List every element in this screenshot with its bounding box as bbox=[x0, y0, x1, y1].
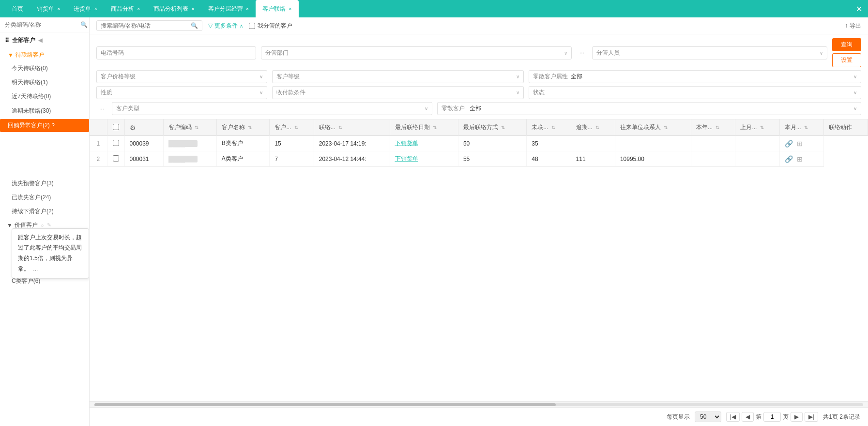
prev-page-btn[interactable]: ◀ bbox=[742, 412, 754, 422]
tab-sales[interactable]: 销货单 × bbox=[30, 0, 67, 17]
row1-select[interactable] bbox=[113, 140, 119, 146]
row1-link-icon[interactable]: 🔗 bbox=[785, 140, 793, 147]
code-sort-icon[interactable]: ⇅ bbox=[195, 125, 198, 130]
last-page-btn[interactable]: ▶| bbox=[805, 412, 818, 422]
sidebar-item-overdue[interactable]: 逾期未联络(30) bbox=[0, 104, 89, 118]
value-circle-icon[interactable]: ○ bbox=[41, 222, 44, 228]
phone-input[interactable] bbox=[127, 49, 252, 56]
sidebar-search-icon[interactable]: 🔍 bbox=[80, 21, 88, 28]
person-dropdown-icon[interactable]: ∨ bbox=[820, 50, 823, 56]
last-method-sort-icon[interactable]: ⇅ bbox=[501, 125, 505, 130]
table-settings-icon[interactable]: ⚙ bbox=[130, 124, 136, 132]
gender-field[interactable]: 性质 ∨ bbox=[96, 86, 267, 99]
last-month-sort-icon[interactable]: ⇅ bbox=[760, 125, 764, 130]
status-dropdown-icon[interactable]: ∨ bbox=[853, 90, 857, 95]
uncontacted-sort-icon[interactable]: ⇅ bbox=[551, 125, 555, 130]
dept-dropdown-icon[interactable]: ∨ bbox=[564, 50, 567, 56]
payment-dropdown-icon[interactable]: ∨ bbox=[516, 90, 519, 95]
export-button[interactable]: ↑ 导出 bbox=[845, 22, 861, 30]
customer-type-field[interactable]: 客户类型 ∨ bbox=[112, 102, 432, 115]
col-this-month-header[interactable]: 本月... ⇅ bbox=[779, 119, 823, 136]
gender-dropdown-icon[interactable]: ∨ bbox=[259, 90, 263, 95]
retail-attr-dropdown-icon[interactable]: ∨ bbox=[853, 74, 857, 79]
this-month-sort-icon[interactable]: ⇅ bbox=[804, 125, 808, 130]
col-uncontacted-header[interactable]: 未联... ⇅ bbox=[527, 119, 571, 136]
pending-contact-group[interactable]: ▼ 待联络客户 bbox=[0, 48, 89, 61]
person-dots[interactable]: ··· bbox=[577, 47, 587, 58]
horizontal-scrollbar[interactable] bbox=[90, 401, 868, 407]
dept-field[interactable]: 分管部门 ∨ bbox=[261, 46, 572, 59]
retail-customer-field[interactable]: 零散客户 全部 ∨ bbox=[437, 102, 861, 115]
settings-button[interactable]: 设置 bbox=[832, 53, 861, 67]
retail-customer-dropdown-icon[interactable]: ∨ bbox=[853, 106, 857, 111]
name-sort-icon[interactable]: ⇅ bbox=[248, 125, 252, 130]
select-all-checkbox[interactable] bbox=[113, 124, 119, 130]
next-page-btn[interactable]: ▶ bbox=[791, 412, 803, 422]
status-field[interactable]: 状态 ∨ bbox=[529, 86, 861, 99]
contact-count-sort-icon[interactable]: ⇅ bbox=[338, 125, 342, 130]
col-last-month-header[interactable]: 上月... ⇅ bbox=[735, 119, 779, 136]
row2-grid-icon[interactable]: ⊞ bbox=[797, 155, 803, 163]
row1-grid-icon[interactable]: ⊞ bbox=[797, 140, 803, 147]
row2-last-method[interactable]: 下销货单 bbox=[390, 151, 458, 167]
more-conditions-btn[interactable]: ▽ 更多条件 ∧ bbox=[208, 22, 243, 30]
retail-attr-field[interactable]: 零散客户属性 全部 ∨ bbox=[529, 70, 861, 83]
page-number-input[interactable] bbox=[763, 412, 781, 422]
scroll-thumb[interactable] bbox=[94, 403, 556, 406]
sidebar-item-lost-preview[interactable]: 流失预警客户(3) bbox=[0, 176, 89, 191]
row1-last-method[interactable]: 下销货单 bbox=[390, 136, 458, 151]
tab-customer-contact[interactable]: 客户联络 × bbox=[256, 0, 298, 17]
tab-customer-tier[interactable]: 客户分层经营 × bbox=[201, 0, 256, 17]
customer-grade-field[interactable]: 客户等级 ∨ bbox=[272, 70, 524, 83]
tab-purchase[interactable]: 进货单 × bbox=[67, 0, 104, 17]
tab-customer-tier-close[interactable]: × bbox=[246, 6, 249, 12]
row2-checkbox[interactable] bbox=[107, 151, 124, 167]
this-year-sort-icon[interactable]: ⇅ bbox=[716, 125, 719, 130]
col-contact-count-header[interactable]: 联络... ⇅ bbox=[314, 119, 390, 136]
person-field[interactable]: 分管人员 ∨ bbox=[592, 46, 827, 59]
col-this-year-header[interactable]: 本年... ⇅ bbox=[691, 119, 735, 136]
col-last-date-header[interactable]: 最后联络日期 ⇅ bbox=[390, 119, 458, 136]
repurchase-help-icon[interactable]: ? bbox=[52, 122, 55, 128]
price-grade-dropdown-icon[interactable]: ∨ bbox=[259, 74, 263, 79]
value-edit-icon[interactable]: ✎ bbox=[47, 222, 51, 228]
overdue-sort-icon[interactable]: ⇅ bbox=[595, 125, 599, 130]
sidebar-item-lost-actual[interactable]: 已流失客户(24) bbox=[0, 191, 89, 205]
row2-select[interactable] bbox=[113, 155, 119, 162]
sidebar-search-input[interactable] bbox=[5, 21, 77, 28]
col-overdue-header[interactable]: 逾期... ⇅ bbox=[571, 119, 615, 136]
first-page-btn[interactable]: |◀ bbox=[726, 412, 740, 422]
row1-checkbox[interactable] bbox=[107, 136, 124, 151]
tab-product-list-close[interactable]: × bbox=[191, 6, 194, 12]
customer-grade-dropdown-icon[interactable]: ∨ bbox=[516, 74, 519, 79]
sidebar-item-tomorrow[interactable]: 明天待联络(1) bbox=[0, 75, 89, 89]
search-input[interactable] bbox=[101, 22, 188, 29]
category-sort-icon[interactable]: ⇅ bbox=[294, 125, 298, 130]
sidebar-item-today[interactable]: 今天待联络(0) bbox=[0, 61, 89, 75]
customer-type-dropdown-icon[interactable]: ∨ bbox=[425, 106, 428, 111]
tab-purchase-close[interactable]: × bbox=[94, 6, 97, 12]
tab-product-analysis-close[interactable]: × bbox=[137, 6, 140, 12]
col-code-header[interactable]: 客户编码 ⇅ bbox=[163, 119, 216, 136]
sidebar-item-7days[interactable]: 近7天待联络(0) bbox=[0, 89, 89, 103]
tab-product-analysis[interactable]: 商品分析 × bbox=[104, 0, 147, 17]
query-button[interactable]: 查询 bbox=[832, 38, 861, 51]
tab-sales-close[interactable]: × bbox=[57, 6, 60, 12]
per-page-select[interactable]: 50 100 200 bbox=[695, 411, 721, 422]
tab-home[interactable]: 首页 bbox=[5, 0, 30, 17]
collapse-icon[interactable]: ◀ bbox=[38, 37, 42, 44]
my-customers-checkbox[interactable] bbox=[249, 23, 255, 29]
price-grade-field[interactable]: 客户价格等级 ∨ bbox=[96, 70, 267, 83]
col-unit-contact-header[interactable]: 往来单位联系人 ⇅ bbox=[615, 119, 691, 136]
tab-product-list[interactable]: 商品分析列表 × bbox=[147, 0, 201, 17]
row2-link-icon[interactable]: 🔗 bbox=[785, 155, 793, 163]
col-name-header[interactable]: 客户名称 ⇅ bbox=[216, 119, 270, 136]
sidebar-item-declining[interactable]: 持续下滑客户(2) bbox=[0, 205, 89, 219]
last-date-sort-icon[interactable]: ⇅ bbox=[433, 125, 437, 130]
col-category-header[interactable]: 客户... ⇅ bbox=[270, 119, 314, 136]
tab-customer-contact-close[interactable]: × bbox=[289, 6, 291, 12]
col-checkbox-header[interactable] bbox=[107, 119, 124, 136]
col-last-method-header[interactable]: 最后联络方式 ⇅ bbox=[458, 119, 526, 136]
filter-search-icon[interactable]: 🔍 bbox=[191, 22, 198, 29]
close-all-icon[interactable]: ✕ bbox=[856, 4, 862, 14]
